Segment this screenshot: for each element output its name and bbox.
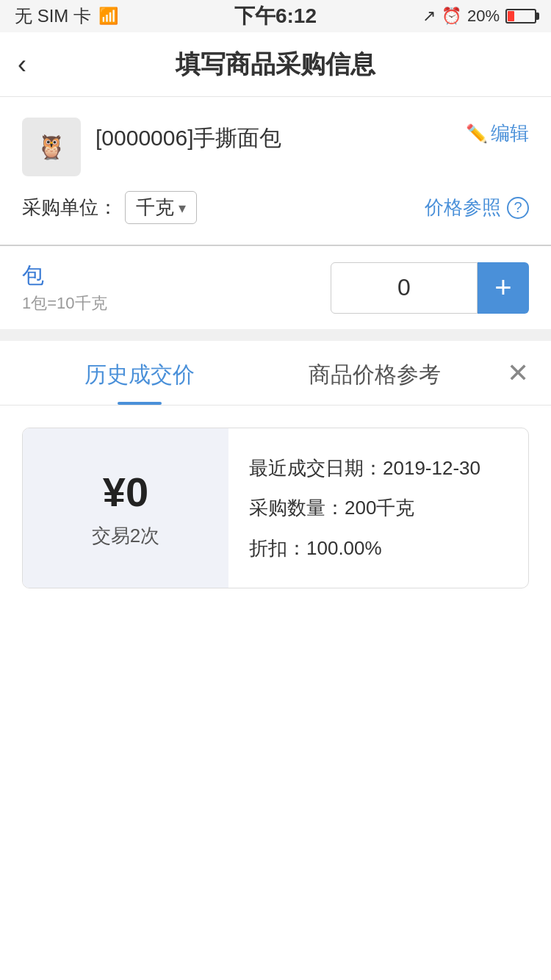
bottom-space bbox=[0, 610, 551, 980]
edit-button[interactable]: ✏️ 编辑 bbox=[466, 120, 529, 146]
discount-row: 折扣：100.00% bbox=[249, 535, 508, 561]
quantity-plus-button[interactable]: + bbox=[478, 262, 529, 314]
quantity-row: 包 1包=10千克 0 + bbox=[0, 246, 551, 329]
history-card-left: ¥0 交易2次 bbox=[23, 428, 228, 588]
nav-bar: ‹ 填写商品采购信息 bbox=[0, 32, 551, 97]
quantity-input[interactable]: 0 bbox=[331, 262, 478, 314]
quantity-input-wrap: 0 + bbox=[331, 262, 529, 314]
price-number: 0 bbox=[126, 469, 148, 515]
alarm-icon: ⏰ bbox=[442, 7, 461, 26]
history-price-card: ¥0 交易2次 最近成交日期：2019-12-30 采购数量：200千克 折扣：… bbox=[22, 428, 529, 588]
purchase-qty-row: 采购数量：200千克 bbox=[249, 494, 508, 521]
section-separator bbox=[0, 329, 551, 341]
quantity-unit-label: 包 bbox=[22, 261, 107, 291]
recent-date-label: 最近成交日期： bbox=[249, 457, 383, 479]
tabs-header: 历史成交价 商品价格参考 ✕ bbox=[0, 341, 551, 406]
price-reference-button[interactable]: 价格参照 ? bbox=[425, 195, 529, 220]
discount-label: 折扣： bbox=[249, 537, 306, 559]
tab2-label: 商品价格参考 bbox=[309, 362, 441, 386]
plus-icon: + bbox=[494, 271, 511, 304]
recent-date-row: 最近成交日期：2019-12-30 bbox=[249, 455, 508, 481]
product-header: 🦉 [0000006]手撕面包 ✏️ 编辑 bbox=[22, 118, 529, 176]
battery-fill bbox=[508, 11, 514, 21]
wifi-icon: 📶 bbox=[98, 7, 118, 26]
tabs-container: 历史成交价 商品价格参考 ✕ ¥0 交易2次 最近成交日期：2019-12-30… bbox=[0, 341, 551, 610]
history-trades-count: 交易2次 bbox=[92, 523, 159, 549]
unit-value: 千克 bbox=[136, 195, 174, 220]
status-right: ↗ ⏰ 20% bbox=[422, 7, 536, 26]
price-ref-label: 价格参照 bbox=[425, 195, 501, 220]
purchase-unit-row: 采购单位： 千克 ▾ 价格参照 ? bbox=[22, 191, 529, 224]
status-bar: 无 SIM 卡 📶 下午6:12 ↗ ⏰ 20% bbox=[0, 0, 551, 32]
status-left: 无 SIM 卡 📶 bbox=[15, 4, 118, 28]
edit-label: 编辑 bbox=[491, 120, 529, 146]
tab-history-price[interactable]: 历史成交价 bbox=[22, 341, 257, 405]
history-price-value: ¥0 bbox=[103, 468, 148, 516]
page-title: 填写商品采购信息 bbox=[176, 48, 375, 82]
tab1-label: 历史成交价 bbox=[84, 362, 195, 386]
history-card-right: 最近成交日期：2019-12-30 采购数量：200千克 折扣：100.00% bbox=[228, 428, 528, 588]
product-name: [0000006]手撕面包 bbox=[96, 123, 281, 154]
quantity-conversion-note: 1包=10千克 bbox=[22, 292, 107, 314]
quantity-value: 0 bbox=[397, 274, 411, 301]
tab-product-price-ref[interactable]: 商品价格参考 bbox=[257, 341, 492, 405]
info-icon: ? bbox=[507, 197, 529, 219]
back-button[interactable]: ‹ bbox=[18, 49, 26, 80]
chevron-down-icon: ▾ bbox=[179, 199, 186, 217]
product-card: 🦉 [0000006]手撕面包 ✏️ 编辑 采购单位： 千克 ▾ 价格参照 ? bbox=[0, 97, 551, 245]
purchase-qty-value: 200千克 bbox=[345, 497, 414, 519]
product-logo-icon: 🦉 bbox=[37, 133, 66, 161]
location-icon: ↗ bbox=[422, 7, 436, 26]
battery-indicator bbox=[505, 9, 536, 24]
product-info: 🦉 [0000006]手撕面包 bbox=[22, 118, 466, 176]
tabs-close-button[interactable]: ✕ bbox=[492, 350, 529, 396]
unit-select-dropdown[interactable]: 千克 ▾ bbox=[125, 191, 197, 224]
battery-percent: 20% bbox=[467, 7, 500, 26]
product-thumbnail: 🦉 bbox=[22, 118, 81, 176]
quantity-label-wrap: 包 1包=10千克 bbox=[22, 261, 107, 314]
unit-label-wrap: 采购单位： 千克 ▾ bbox=[22, 191, 197, 224]
tab-active-indicator bbox=[118, 402, 162, 405]
tab-content-history: ¥0 交易2次 最近成交日期：2019-12-30 采购数量：200千克 折扣：… bbox=[0, 406, 551, 610]
recent-date-value: 2019-12-30 bbox=[383, 457, 480, 479]
carrier-text: 无 SIM 卡 bbox=[15, 4, 91, 28]
edit-icon: ✏️ bbox=[466, 123, 488, 144]
status-time: 下午6:12 bbox=[234, 2, 317, 30]
purchase-unit-label: 采购单位： bbox=[22, 195, 118, 220]
currency-symbol: ¥ bbox=[103, 469, 126, 515]
discount-value: 100.00% bbox=[306, 537, 382, 559]
purchase-qty-label: 采购数量： bbox=[249, 497, 345, 519]
